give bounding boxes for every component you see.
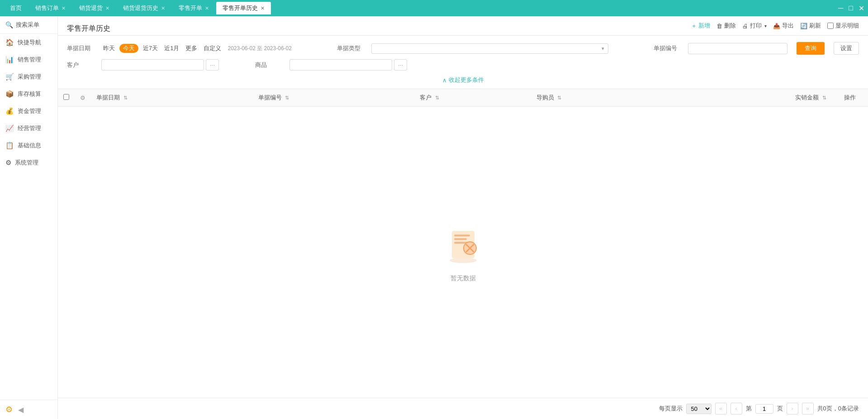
th-guide[interactable]: 导购员 ⇅ <box>531 89 670 107</box>
select-all-checkbox[interactable] <box>63 94 69 100</box>
tab-bar: 首页 销售订单 ✕ 销货退货 ✕ 销货退货历史 ✕ 零售开单 ✕ 零售开单历史 … <box>0 0 868 16</box>
date-opt-7days[interactable]: 近7天 <box>141 44 160 53</box>
date-opt-1month[interactable]: 近1月 <box>162 44 181 53</box>
customer-input[interactable] <box>101 59 204 71</box>
th-ops: 操作 <box>832 89 868 107</box>
sort-amount-icon: ⇅ <box>822 95 826 100</box>
sidebar-item-basic-info[interactable]: 📋 基础信息 <box>0 137 57 154</box>
date-opt-yesterday[interactable]: 昨天 <box>101 44 117 53</box>
total-text: 共0页，0条记录 <box>817 405 859 413</box>
order-type-select[interactable]: ▾ <box>371 43 608 54</box>
sort-guide-icon: ⇅ <box>557 95 561 100</box>
last-page-btn[interactable]: » <box>802 403 814 414</box>
refresh-button[interactable]: 🔄 刷新 <box>800 22 821 30</box>
tab-close-retail-open[interactable]: ✕ <box>205 5 209 11</box>
filter-panel: 单据日期 昨天 今天 近7天 近1月 更多 自定义 2023-06-02 至 2… <box>58 36 868 89</box>
th-amount[interactable]: 实销金额 ⇅ <box>670 89 832 107</box>
setting-button[interactable]: 设置 <box>834 42 859 55</box>
th-number[interactable]: 单据编号 ⇅ <box>253 89 415 107</box>
date-range-display: 2023-06-02 至 2023-06-02 <box>228 45 291 52</box>
sidebar-item-operations[interactable]: 📈 经营管理 <box>0 120 57 137</box>
content-area: 零售开单历史 + 新增 🗑 删除 🖨 打印 ▾ 📤 导出 <box>58 16 868 419</box>
print-button[interactable]: 🖨 打印 ▾ <box>742 22 767 30</box>
export-button[interactable]: 📤 导出 <box>773 22 794 30</box>
settings-gear-icon[interactable]: ⚙ <box>5 405 13 414</box>
date-opt-today[interactable]: 今天 <box>119 44 138 53</box>
tab-sales-return[interactable]: 销货退货 ✕ <box>73 2 116 14</box>
th-customer[interactable]: 客户 ⇅ <box>414 89 531 107</box>
tab-close-retail-history[interactable]: ✕ <box>261 5 265 11</box>
svg-point-0 <box>450 258 477 263</box>
sidebar-item-inventory[interactable]: 📦 库存核算 <box>0 85 57 103</box>
order-number-label: 单据编号 <box>654 44 679 52</box>
customer-ellipsis-btn[interactable]: ··· <box>206 59 219 71</box>
date-label: 单据日期 <box>67 44 92 52</box>
delete-button[interactable]: 🗑 删除 <box>716 22 736 30</box>
main-layout: 🔍 搜索采单 🏠 快捷导航 📊 销售管理 🛒 采购管理 📦 库存核算 💰 资金管… <box>0 16 868 419</box>
empty-illustration <box>441 222 486 267</box>
tab-close-sales-return-history[interactable]: ✕ <box>161 5 165 11</box>
order-number-input[interactable] <box>688 43 787 54</box>
tab-close-sales-order[interactable]: ✕ <box>62 5 66 11</box>
filter-row-2: 客户 ··· 商品 ··· <box>67 59 859 71</box>
empty-state: 暂无数据 <box>58 107 868 398</box>
collapse-button[interactable]: ∧ 收起更多条件 <box>442 76 484 84</box>
finance-icon: 💰 <box>5 107 14 115</box>
page-number-input[interactable] <box>755 404 773 414</box>
th-checkbox <box>58 89 75 107</box>
page-unit: 页 <box>777 405 783 413</box>
page-header: 零售开单历史 + 新增 🗑 删除 🖨 打印 ▾ 📤 导出 <box>58 16 868 36</box>
date-opt-custom[interactable]: 自定义 <box>202 44 223 53</box>
window-max-btn[interactable]: □ <box>849 4 853 12</box>
th-date[interactable]: 单据日期 ⇅ <box>91 89 253 107</box>
add-button[interactable]: + 新增 <box>692 22 710 30</box>
prev-page-btn[interactable]: ‹ <box>730 403 742 414</box>
window-controls: ─ □ ✕ <box>838 4 864 13</box>
svg-rect-2 <box>454 235 470 236</box>
customer-label: 客户 <box>67 61 92 69</box>
table-settings-icon[interactable]: ⚙ <box>80 94 85 101</box>
sidebar-item-system[interactable]: ⚙ 系统管理 <box>0 154 57 171</box>
tab-retail-history[interactable]: 零售开单历史 ✕ <box>216 2 271 14</box>
tab-close-sales-return[interactable]: ✕ <box>105 5 109 11</box>
sidebar-item-quick-nav[interactable]: 🏠 快捷导航 <box>0 34 57 51</box>
tab-retail-open[interactable]: 零售开单 ✕ <box>172 2 215 14</box>
tab-sales-order[interactable]: 销售订单 ✕ <box>29 2 72 14</box>
system-icon: ⚙ <box>5 159 11 167</box>
sales-icon: 📊 <box>5 56 14 64</box>
sidebar-item-purchase-mgmt[interactable]: 🛒 采购管理 <box>0 68 57 85</box>
first-page-btn[interactable]: « <box>715 403 727 414</box>
empty-text: 暂无数据 <box>451 274 476 282</box>
product-input[interactable] <box>289 59 392 71</box>
sidebar-search[interactable]: 🔍 搜索采单 <box>0 16 57 34</box>
display-detail-input[interactable] <box>827 23 834 29</box>
query-button[interactable]: 查询 <box>797 42 825 55</box>
sidebar-item-sales-mgmt[interactable]: 📊 销售管理 <box>0 51 57 68</box>
th-settings: ⚙ <box>75 89 91 107</box>
delete-icon: 🗑 <box>716 23 722 29</box>
date-opt-more[interactable]: 更多 <box>184 44 199 53</box>
search-icon: 🔍 <box>5 21 13 28</box>
product-ellipsis-btn[interactable]: ··· <box>394 59 407 71</box>
sidebar: 🔍 搜索采单 🏠 快捷导航 📊 销售管理 🛒 采购管理 📦 库存核算 💰 资金管… <box>0 16 58 419</box>
header-actions: + 新增 🗑 删除 🖨 打印 ▾ 📤 导出 🔄 <box>692 22 859 35</box>
display-detail-checkbox[interactable]: 显示明细 <box>827 22 859 30</box>
per-page-select[interactable]: 50 20 100 <box>686 404 711 414</box>
print-icon: 🖨 <box>742 23 748 29</box>
page-title: 零售开单历史 <box>67 24 110 33</box>
tab-sales-return-history[interactable]: 销货退货历史 ✕ <box>117 2 171 14</box>
filter-row-1: 单据日期 昨天 今天 近7天 近1月 更多 自定义 2023-06-02 至 2… <box>67 42 859 55</box>
order-type-label: 单据类型 <box>337 44 362 52</box>
tab-home[interactable]: 首页 <box>4 2 28 14</box>
sidebar-item-finance[interactable]: 💰 资金管理 <box>0 103 57 120</box>
table-container: ⚙ 单据日期 ⇅ 单据编号 ⇅ 客户 <box>58 89 868 398</box>
window-close-btn[interactable]: ✕ <box>859 4 864 13</box>
home-icon: 🏠 <box>5 38 14 47</box>
next-page-btn[interactable]: › <box>787 403 798 414</box>
window-min-btn[interactable]: ─ <box>838 4 843 12</box>
sort-date-icon: ⇅ <box>123 95 128 100</box>
svg-rect-3 <box>454 238 467 240</box>
collapse-sidebar-icon[interactable]: ◀ <box>18 405 24 414</box>
operations-icon: 📈 <box>5 124 14 132</box>
inventory-icon: 📦 <box>5 90 14 98</box>
